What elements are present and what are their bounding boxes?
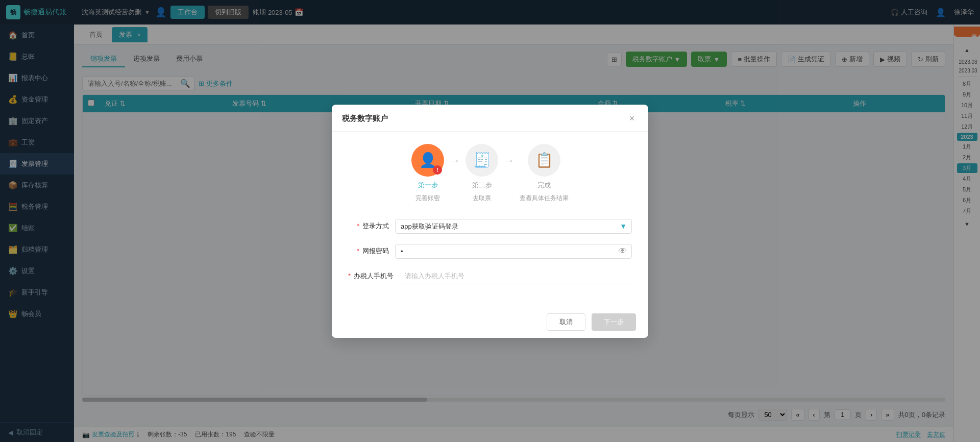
login-method-row: * 登录方式 app获取验证码登录 账号密码登录 ▼ <box>348 219 632 234</box>
step-arrow-2: → <box>498 154 520 167</box>
password-label: * 网报密码 <box>348 247 389 256</box>
eye-icon[interactable]: 👁 <box>619 247 627 256</box>
modal-close-btn[interactable]: × <box>626 113 638 125</box>
step-1-icon: 👤 <box>419 152 437 168</box>
modal-body: 👤 ! 第一步 完善账密 → 🧾 第二步 去取票 → <box>332 132 648 306</box>
password-required: * <box>357 247 359 255</box>
modal-overlay: 税务数字账户 × 👤 ! 第一步 完善账密 → <box>0 0 980 442</box>
step-3: 📋 完成 查看具体任务结果 <box>520 144 569 203</box>
step-1-icon-wrap: 👤 ! <box>411 144 444 177</box>
modal-title: 税务数字账户 <box>342 114 388 124</box>
tax-account-modal: 税务数字账户 × 👤 ! 第一步 完善账密 → <box>332 105 648 338</box>
next-step-button[interactable]: 下一步 <box>592 313 636 331</box>
password-row: * 网报密码 👁 <box>348 244 632 259</box>
login-method-required: * <box>357 222 359 230</box>
step-1-label: 第一步 <box>418 181 438 190</box>
cancel-button[interactable]: 取消 <box>547 313 585 331</box>
step-3-icon: 📋 <box>535 152 553 168</box>
step-3-label: 完成 <box>537 181 551 190</box>
phone-label: * 办税人手机号 <box>348 272 394 281</box>
phone-row: * 办税人手机号 <box>348 269 632 283</box>
step-1: 👤 ! 第一步 完善账密 <box>411 144 444 203</box>
step-2: 🧾 第二步 去取票 <box>465 144 498 203</box>
step-3-sublabel: 查看具体任务结果 <box>520 194 569 203</box>
step-2-label: 第二步 <box>472 181 492 190</box>
password-input[interactable] <box>395 244 632 259</box>
phone-input-wrap <box>400 269 632 283</box>
step-2-sublabel: 去取票 <box>473 194 491 203</box>
step-1-sublabel: 完善账密 <box>415 194 440 203</box>
phone-input[interactable] <box>400 269 632 283</box>
step-1-badge: ! <box>433 165 442 175</box>
login-method-select[interactable]: app获取验证码登录 账号密码登录 <box>395 219 632 234</box>
step-2-icon: 🧾 <box>473 152 491 168</box>
step-2-icon-wrap: 🧾 <box>465 144 498 177</box>
password-input-wrap: 👁 <box>395 244 632 259</box>
step-arrow-1: → <box>444 154 465 167</box>
modal-footer: 取消 下一步 <box>332 306 648 338</box>
login-method-label: * 登录方式 <box>348 222 389 231</box>
step-3-icon-wrap: 📋 <box>528 144 560 177</box>
phone-required: * <box>348 272 351 280</box>
login-method-select-wrap: app获取验证码登录 账号密码登录 ▼ <box>395 219 632 234</box>
steps-row: 👤 ! 第一步 完善账密 → 🧾 第二步 去取票 → <box>348 144 632 203</box>
modal-header: 税务数字账户 × <box>332 105 648 132</box>
